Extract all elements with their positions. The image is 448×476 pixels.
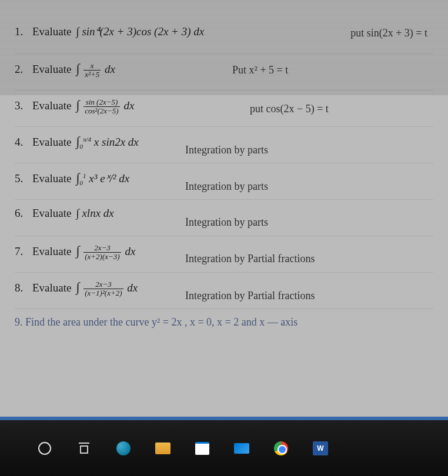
problem-hint: Integration by Partial fractions — [185, 290, 315, 302]
problem-hint: put sin(2x + 3) = t — [350, 27, 427, 39]
problem-verb: Evaluate — [32, 136, 71, 149]
problem-list: 1. Evaluate ∫ sin⁴(2x + 3)cos (2x + 3) d… — [15, 18, 433, 336]
problem-hint: Put x² + 5 = t — [232, 64, 288, 76]
problem-number: 8. — [15, 281, 32, 294]
problem-expression: ∫ xlnx dx — [76, 207, 113, 220]
problem-hint: Integration by parts — [185, 180, 268, 193]
problem-verb: Evaluate — [32, 99, 71, 112]
document-viewport: 1. Evaluate ∫ sin⁴(2x + 3)cos (2x + 3) d… — [0, 0, 448, 476]
problem-verb: Evaluate — [32, 63, 71, 76]
problem-number: 3. — [15, 99, 32, 112]
problem-hint: Integration by Partial fractions — [185, 253, 315, 265]
cutoff-problem: 9. Find the area under the curve y² = 2x… — [15, 309, 433, 336]
problem-number: 1. — [15, 25, 32, 38]
problem-hint: put cos(2x − 5) = t — [250, 103, 329, 115]
problem-number: 5. — [15, 172, 32, 185]
problem-row: 2. Evaluate ∫ xx²+5 dx — [15, 54, 433, 90]
start-button[interactable] — [35, 439, 54, 458]
windows-taskbar: W — [0, 420, 448, 476]
problem-number: 2. — [15, 63, 32, 76]
mail-icon[interactable] — [232, 439, 251, 458]
problem-hint: Integration by parts — [185, 216, 268, 229]
file-explorer-icon[interactable] — [153, 439, 172, 458]
edge-browser-icon[interactable] — [114, 439, 133, 458]
chrome-icon[interactable] — [272, 439, 290, 458]
task-view-button[interactable] — [75, 439, 93, 458]
problem-verb: Evaluate — [32, 207, 71, 220]
problem-number: 4. — [15, 136, 32, 149]
problem-number: 7. — [15, 245, 32, 258]
problem-number: 6. — [15, 207, 32, 220]
problem-verb: Evaluate — [32, 25, 71, 38]
problem-verb: Evaluate — [32, 281, 71, 294]
problem-row: 3. Evaluate ∫ sin (2x−5)cos²(2x−5) dx — [15, 90, 433, 127]
problem-verb: Evaluate — [32, 172, 71, 185]
problem-verb: Evaluate — [32, 245, 71, 258]
word-icon[interactable]: W — [311, 439, 330, 458]
store-icon[interactable] — [193, 439, 212, 458]
problem-expression: ∫ sin⁴(2x + 3)cos (2x + 3) dx — [76, 25, 204, 38]
problem-hint: Integration by parts — [185, 144, 268, 156]
